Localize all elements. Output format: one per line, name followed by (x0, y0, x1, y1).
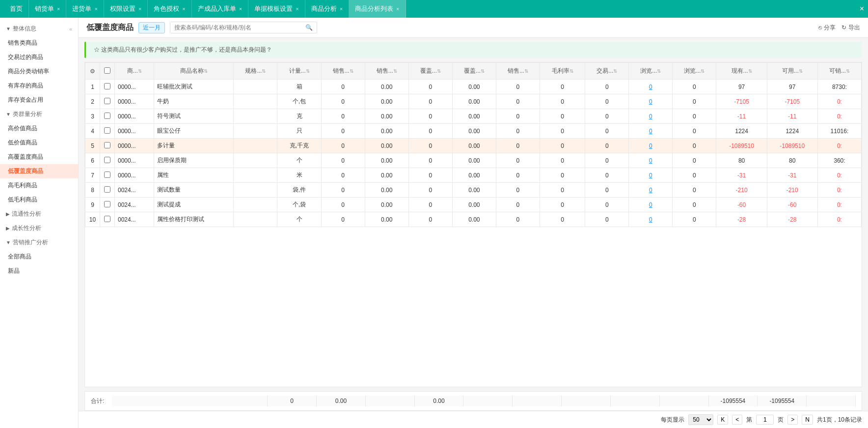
row-checkbox[interactable] (100, 153, 115, 168)
col-cover2[interactable]: 覆盖...⇅ (452, 63, 496, 80)
row-select-checkbox[interactable] (104, 142, 110, 148)
export-button[interactable]: ↻ 导出 (841, 24, 860, 32)
row-select-checkbox[interactable] (104, 98, 110, 104)
sidebar-item-new-goods[interactable]: 新品 (0, 264, 78, 278)
close-icon[interactable]: × (182, 6, 185, 12)
sidebar-item-all-goods[interactable]: 全部商品 (0, 250, 78, 264)
row-browse1[interactable]: 0 (629, 109, 673, 124)
row-checkbox[interactable] (100, 80, 115, 94)
sidebar-item-low-value[interactable]: 低价值商品 (0, 136, 78, 150)
row-select-checkbox[interactable] (104, 113, 110, 119)
row-browse1[interactable]: 0 (629, 139, 673, 153)
nav-tab-purchase[interactable]: 进货单 × (66, 0, 104, 18)
col-stock1[interactable]: 现有...⇅ (716, 63, 767, 80)
row-select-checkbox[interactable] (104, 157, 110, 163)
col-trade[interactable]: 交易...⇅ (585, 63, 629, 80)
row-browse1[interactable]: 0 (629, 212, 673, 227)
nav-tab-sales[interactable]: 销货单 × (29, 0, 66, 18)
close-icon[interactable]: × (396, 6, 399, 12)
row-select-checkbox[interactable] (104, 127, 110, 134)
last-page-button[interactable]: N (802, 415, 813, 425)
sidebar-item-low-coverage[interactable]: 低覆盖度商品 (0, 164, 78, 178)
nav-tab-templates[interactable]: 单据模板设置 × (248, 0, 305, 18)
row-browse1[interactable]: 0 (629, 94, 673, 109)
close-icon[interactable]: × (57, 6, 60, 12)
row-checkbox[interactable] (100, 198, 115, 212)
close-icon[interactable]: × (296, 6, 298, 12)
row-checkbox[interactable] (100, 168, 115, 183)
sidebar-section-overall[interactable]: ▼ 整体信息 « (0, 22, 78, 36)
col-sales3[interactable]: 销售...⇅ (496, 63, 540, 80)
page-input[interactable] (756, 415, 774, 425)
col-stock3[interactable]: 可销...⇅ (817, 63, 861, 80)
row-checkbox[interactable] (100, 212, 115, 227)
row-browse1[interactable]: 0 (629, 153, 673, 168)
col-cover1[interactable]: 覆盖...⇅ (408, 63, 452, 80)
row-no: 9 (85, 198, 100, 212)
first-page-button[interactable]: K (717, 415, 728, 425)
sidebar-item-category-rate[interactable]: 商品分类动销率 (0, 64, 78, 79)
share-button[interactable]: ⎋ 分享 (818, 24, 836, 32)
row-select-checkbox[interactable] (104, 171, 110, 178)
sidebar-item-high-margin[interactable]: 高毛利商品 (0, 178, 78, 193)
prev-page-button[interactable]: < (732, 415, 742, 425)
nav-tab-production[interactable]: 产成品入库单 × (192, 0, 248, 18)
nav-tab-home[interactable]: 首页 (4, 0, 29, 18)
sidebar-item-sales-goods[interactable]: 销售类商品 (0, 36, 78, 50)
sidebar-section-circulation[interactable]: ▶ 流通性分析 (0, 207, 78, 221)
sidebar-section-cluster[interactable]: ▼ 类群量分析 (0, 107, 78, 121)
col-spec[interactable]: 规格...⇅ (234, 63, 277, 80)
sidebar-item-traded-goods[interactable]: 交易过的商品 (0, 50, 78, 64)
col-checkbox[interactable] (100, 63, 115, 80)
date-filter-month[interactable]: 近一月 (138, 22, 165, 33)
select-all-checkbox[interactable] (104, 67, 110, 74)
close-icon[interactable]: × (239, 6, 242, 12)
col-name[interactable]: 商品名称⇅ (154, 63, 234, 80)
row-checkbox[interactable] (100, 139, 115, 153)
col-code[interactable]: 商...⇅ (115, 63, 154, 80)
row-select-checkbox[interactable] (104, 216, 110, 222)
close-icon[interactable]: × (94, 6, 97, 12)
next-page-button[interactable]: > (787, 415, 798, 425)
close-all-button[interactable]: × (860, 4, 864, 13)
nav-tab-permissions[interactable]: 权限设置 × (104, 0, 148, 18)
col-stock2[interactable]: 可用...⇅ (767, 63, 817, 80)
nav-tab-roles[interactable]: 角色授权 × (148, 0, 191, 18)
sidebar-item-inventory-fund[interactable]: 库存资金占用 (0, 93, 78, 107)
row-sales3: 0 (496, 168, 540, 183)
col-sales-qty[interactable]: 销售...⇅ (321, 63, 365, 80)
search-icon[interactable]: 🔍 (301, 22, 317, 33)
row-browse2: 0 (673, 109, 716, 124)
row-browse1[interactable]: 0 (629, 198, 673, 212)
col-browse1[interactable]: 浏览...⇅ (629, 63, 673, 80)
close-icon[interactable]: × (340, 6, 343, 12)
sidebar-item-stocked-goods[interactable]: 有库存的商品 (0, 79, 78, 93)
col-unit[interactable]: 计量...⇅ (277, 63, 321, 80)
sidebar-item-high-coverage[interactable]: 高覆盖度商品 (0, 150, 78, 164)
row-checkbox[interactable] (100, 94, 115, 109)
sidebar-section-marketing[interactable]: ▼ 营销推广分析 (0, 235, 78, 250)
col-browse2[interactable]: 浏览...⇅ (673, 63, 716, 80)
row-checkbox[interactable] (100, 124, 115, 139)
nav-tab-analysis-list[interactable]: 商品分析列表 × (349, 0, 406, 18)
sidebar-section-growth[interactable]: ▶ 成长性分析 (0, 221, 78, 235)
sidebar-item-low-margin[interactable]: 低毛利商品 (0, 193, 78, 207)
row-select-checkbox[interactable] (104, 186, 110, 193)
col-sales-amt[interactable]: 销售...⇅ (365, 63, 408, 80)
col-margin[interactable]: 毛利率⇅ (540, 63, 585, 80)
row-browse1[interactable]: 0 (629, 80, 673, 94)
row-checkbox[interactable] (100, 109, 115, 124)
nav-tab-analysis[interactable]: 商品分析 × (305, 0, 349, 18)
search-input[interactable] (170, 22, 301, 33)
row-browse1[interactable]: 0 (629, 124, 673, 139)
row-select-checkbox[interactable] (104, 201, 110, 207)
row-browse1[interactable]: 0 (629, 183, 673, 198)
page-size-select[interactable]: 50 100 200 (688, 414, 713, 425)
row-select-checkbox[interactable] (104, 83, 110, 89)
close-icon[interactable]: × (138, 6, 141, 12)
sidebar-item-high-value[interactable]: 高价值商品 (0, 121, 78, 136)
row-checkbox[interactable] (100, 183, 115, 198)
row-browse1[interactable]: 0 (629, 168, 673, 183)
col-settings[interactable]: ⚙ (85, 63, 100, 80)
collapse-icon[interactable]: « (69, 26, 72, 32)
